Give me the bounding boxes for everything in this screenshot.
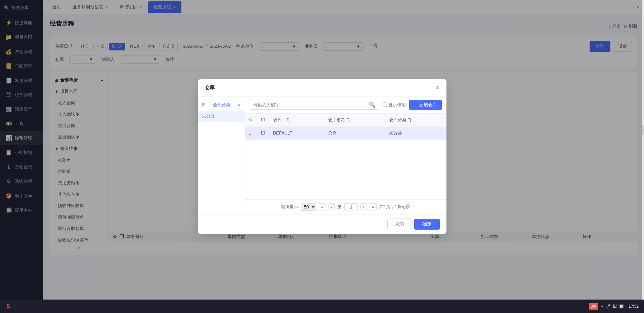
sort-icon-3: ⇅ bbox=[408, 117, 412, 122]
cancel-button[interactable]: 取消 bbox=[387, 219, 411, 230]
confirm-button[interactable]: 确定 bbox=[414, 219, 440, 230]
taskbar-grid-icon: 🔲 bbox=[619, 304, 624, 309]
row-check[interactable]: ☐ bbox=[257, 126, 269, 140]
row-num: 1 bbox=[245, 126, 257, 140]
modal-table: ⚙ ☐ 仓库... ⇅ 仓库名称 ⇅ bbox=[245, 114, 446, 199]
modal-right-panel: 🔍 显示停用 ＋ 新增仓库 ⚙ ☐ bbox=[245, 96, 446, 214]
modal-all-categories[interactable]: ⊞ 全部分类 « bbox=[198, 99, 245, 111]
taskbar: S S中 ✦ 🎤 🖼 🔲 17:52 bbox=[0, 300, 644, 313]
table-row[interactable]: 1 ☐ DEFAULT 总仓 未分类 bbox=[245, 126, 446, 140]
prev-page-btn[interactable]: ‹ bbox=[329, 203, 335, 210]
taskbar-s-icon: S中 bbox=[589, 303, 598, 310]
sort-icon-2: ⇅ bbox=[347, 117, 350, 122]
modal-overlay: 仓库 ✕ ⊞ 全部分类 « 未分类 bbox=[0, 0, 644, 313]
show-disabled-text: 显示停用 bbox=[388, 102, 406, 108]
show-disabled-label[interactable]: 显示停用 bbox=[383, 102, 406, 108]
sort-icon: ⇅ bbox=[287, 117, 290, 122]
modal-pagination: 每页显示 50 « ‹ 第 › » 共1页，1条记录 bbox=[245, 199, 446, 214]
modal-header: 仓库 ✕ bbox=[198, 79, 446, 96]
modal-total-records: 共1页，1条记录 bbox=[379, 204, 410, 210]
all-categories-label: 全部分类 bbox=[213, 102, 230, 108]
taskbar-start[interactable]: S bbox=[3, 301, 13, 312]
first-page-btn[interactable]: « bbox=[319, 203, 326, 210]
add-warehouse-button[interactable]: ＋ 新增仓库 bbox=[409, 100, 442, 110]
time-display: 17:52 bbox=[626, 304, 641, 309]
row-name: 总仓 bbox=[324, 126, 385, 140]
col-warehouse-code: 仓库... ⇅ bbox=[269, 114, 324, 127]
show-disabled-checkbox[interactable] bbox=[383, 103, 387, 107]
col-check: ☐ bbox=[257, 114, 269, 127]
modal-cat-uncategorized[interactable]: 未分类 bbox=[198, 111, 245, 122]
modal-page-label: 第 bbox=[337, 204, 342, 210]
modal-search-input[interactable] bbox=[253, 102, 367, 107]
modal-left-panel: ⊞ 全部分类 « 未分类 bbox=[198, 96, 245, 214]
modal-close-button[interactable]: ✕ bbox=[435, 84, 440, 91]
modal-per-page-label: 每页显示 bbox=[281, 204, 298, 210]
search-icon-modal: 🔍 bbox=[369, 102, 376, 108]
modal-per-page-select[interactable]: 50 bbox=[301, 203, 316, 211]
grid-icon-modal: ⊞ bbox=[202, 102, 206, 107]
modal-toolbar: 🔍 显示停用 ＋ 新增仓库 bbox=[245, 96, 446, 114]
uncategorized-label: 未分类 bbox=[202, 114, 215, 119]
taskbar-dot-icon: ✦ bbox=[600, 304, 604, 309]
modal-title: 仓库 bbox=[205, 84, 215, 91]
taskbar-mic-icon: 🎤 bbox=[606, 304, 611, 309]
modal-body: ⊞ 全部分类 « 未分类 🔍 bbox=[198, 96, 446, 214]
collapse-left-icon[interactable]: « bbox=[238, 102, 240, 107]
row-category: 未分类 bbox=[385, 126, 446, 140]
modal-footer: 取消 确定 bbox=[198, 214, 446, 234]
col-warehouse-name: 仓库名称 ⇅ bbox=[324, 114, 385, 127]
taskbar-right: S中 ✦ 🎤 🖼 🔲 17:52 bbox=[589, 303, 641, 310]
modal-page-input[interactable] bbox=[344, 203, 358, 210]
next-page-btn[interactable]: › bbox=[360, 203, 367, 210]
col-settings: ⚙ bbox=[245, 114, 257, 127]
last-page-btn[interactable]: » bbox=[370, 203, 377, 210]
warehouse-modal: 仓库 ✕ ⊞ 全部分类 « 未分类 bbox=[198, 79, 446, 234]
row-code: DEFAULT bbox=[269, 126, 324, 140]
modal-search-box[interactable]: 🔍 bbox=[250, 100, 379, 110]
col-warehouse-category: 仓库分类 ⇅ bbox=[385, 114, 446, 127]
taskbar-img-icon: 🖼 bbox=[613, 304, 617, 309]
